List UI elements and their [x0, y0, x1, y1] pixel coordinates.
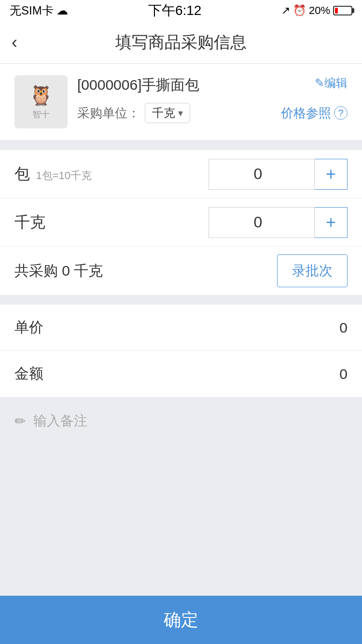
bag-sublabel: 1包=10千克: [36, 169, 92, 182]
amount-label: 金额: [14, 364, 43, 384]
page-title: 填写商品采购信息: [115, 31, 247, 54]
unit-select-dropdown[interactable]: 千克 ▾: [145, 103, 190, 123]
product-info: [0000006]手撕面包 ✎编辑 采购单位： 千克 ▾ 价格参照 ?: [77, 75, 348, 123]
total-label: 共采购 0 千克: [14, 261, 103, 281]
kg-row: 千克 +: [0, 198, 362, 247]
notes-placeholder: 输入备注: [33, 412, 87, 430]
kg-section: 千克 +: [0, 198, 362, 247]
carrier-text: 无SIM卡 ☁: [10, 3, 68, 18]
price-ref-button[interactable]: 价格参照 ?: [281, 105, 348, 122]
confirm-button[interactable]: 确定: [0, 596, 362, 644]
kg-plus-button[interactable]: +: [315, 207, 348, 238]
unit-price-value: 0: [339, 320, 348, 336]
pencil-icon: ✏: [14, 413, 26, 429]
empty-space: [0, 445, 362, 589]
kg-label-group: 千克: [14, 212, 45, 233]
kg-label: 千克: [14, 213, 45, 231]
brand-text: 智十: [32, 109, 50, 120]
unit-price-row: 单价 0: [0, 305, 362, 351]
bag-input[interactable]: [209, 159, 315, 190]
product-unit-row: 采购单位： 千克 ▾ 价格参照 ?: [77, 103, 348, 123]
battery-group: ↗ ⏰ 20%: [281, 4, 352, 17]
product-image: 🦉 智十: [14, 75, 68, 128]
alarm-icon: ⏰: [293, 4, 306, 17]
total-row: 共采购 0 千克 录批次: [0, 247, 362, 295]
dropdown-arrow-icon: ▾: [178, 107, 183, 119]
price-ref-help-icon: ?: [334, 106, 348, 120]
location-icon: ↗: [281, 4, 290, 17]
bag-row: 包 1包=10千克 +: [0, 150, 362, 198]
bag-plus-button[interactable]: +: [315, 159, 348, 190]
edit-link[interactable]: ✎编辑: [315, 75, 348, 91]
amount-value: 0: [339, 366, 348, 382]
unit-label: 采购单位：: [77, 105, 140, 122]
product-name: [0000006]手撕面包: [77, 75, 199, 95]
battery-icon: [333, 6, 352, 15]
kg-input[interactable]: [209, 207, 315, 238]
back-button[interactable]: ‹: [12, 32, 17, 53]
product-thumbnail-icon: 🦉: [29, 84, 53, 107]
bag-label: 包: [14, 165, 30, 182]
divider-1: [0, 140, 362, 150]
nav-bar: ‹ 填写商品采购信息: [0, 21, 362, 64]
kg-input-group: +: [209, 207, 348, 238]
price-ref-label: 价格参照: [281, 105, 331, 122]
record-batch-button[interactable]: 录批次: [277, 254, 348, 287]
summary-section: 单价 0 金额 0: [0, 305, 362, 397]
product-top-row: [0000006]手撕面包 ✎编辑: [77, 75, 348, 95]
amount-row: 金额 0: [0, 351, 362, 397]
unit-price-label: 单价: [14, 318, 43, 337]
product-card: 🦉 智十 [0000006]手撕面包 ✎编辑 采购单位： 千克 ▾ 价格参照 ?: [0, 64, 362, 140]
bag-label-group: 包 1包=10千克: [14, 164, 92, 185]
unit-value: 千克: [152, 105, 175, 121]
notes-section[interactable]: ✏ 输入备注: [0, 397, 362, 445]
main-content: 🦉 智十 [0000006]手撕面包 ✎编辑 采购单位： 千克 ▾ 价格参照 ?: [0, 64, 362, 596]
time-text: 下午6:12: [148, 1, 202, 20]
battery-percentage: 20%: [309, 4, 330, 17]
bag-input-group: +: [209, 159, 348, 190]
status-bar: 无SIM卡 ☁ 下午6:12 ↗ ⏰ 20%: [0, 0, 362, 21]
bag-section: 包 1包=10千克 +: [0, 150, 362, 198]
divider-2: [0, 295, 362, 305]
